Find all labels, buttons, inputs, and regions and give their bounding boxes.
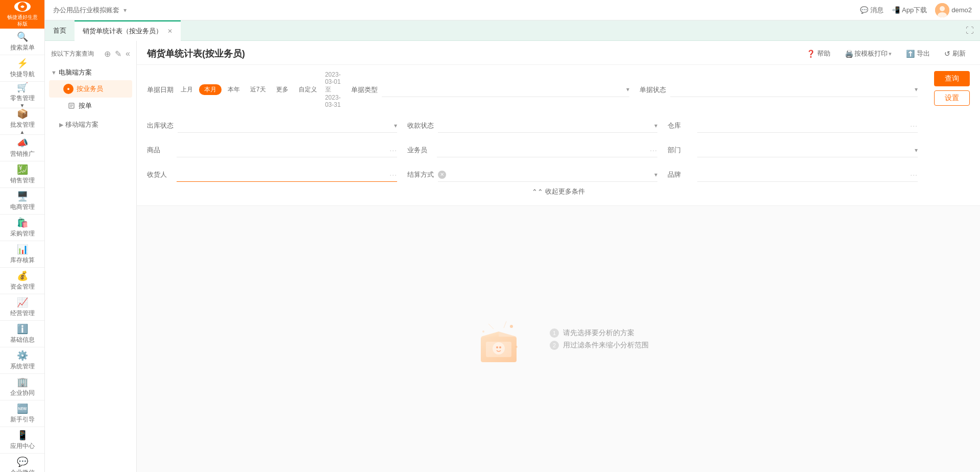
sidebar-item-finance[interactable]: 💰 资金管理 xyxy=(0,268,44,294)
home-tab-label: 首页 xyxy=(53,26,66,35)
doc-status-select[interactable]: ▾ xyxy=(670,83,918,97)
recipient-input[interactable]: ··· xyxy=(177,168,397,182)
sidebar-item-marketing[interactable]: 📣 营销推广 xyxy=(0,135,44,161)
add-scheme-btn[interactable]: ⊕ xyxy=(104,49,111,59)
date-btn-more[interactable]: 更多 xyxy=(272,84,292,95)
user-menu[interactable]: demo2 xyxy=(935,3,972,17)
date-btn-last-month[interactable]: 上月 xyxy=(177,84,197,95)
left-panel-actions: ⊕ ✎ « xyxy=(104,49,130,59)
collapse-panel-btn[interactable]: « xyxy=(126,49,130,59)
goods-select[interactable]: ··· xyxy=(177,143,397,157)
settlement-clear-btn[interactable]: ✕ xyxy=(438,171,446,179)
svg-point-13 xyxy=(493,342,505,355)
desktop-scheme-group-title[interactable]: ▼ 电脑端方案 xyxy=(45,65,136,80)
download-icon: 📲 xyxy=(892,6,900,14)
sidebar-item-retail[interactable]: 🛒 零售管理 ▼ xyxy=(0,82,44,108)
warehouse-select[interactable]: ··· xyxy=(697,119,918,133)
filter-row-4: 收货人 ··· 结算方式 ✕ xyxy=(147,168,918,182)
salesperson-more-icon: ··· xyxy=(650,146,657,154)
messages-btn[interactable]: 💬 消息 xyxy=(860,6,884,15)
sidebar-item-sales-mgmt[interactable]: 💹 销售管理 xyxy=(0,161,44,188)
top-header: 办公用品行业模拟账套 ▾ 💬 消息 📲 App下载 de xyxy=(45,0,980,20)
collapse-up-icon: ⌃⌃ xyxy=(532,188,543,196)
date-btn-last-7[interactable]: 近7天 xyxy=(246,84,270,95)
print-btn[interactable]: 🖨️ 按模板打印 ▾ xyxy=(841,47,896,60)
salesperson-select[interactable]: ··· xyxy=(437,143,657,157)
help-btn[interactable]: ❓ 帮助 xyxy=(802,47,835,60)
filter-row-1-container: 单据日期 上月 本月 本年 近7天 更多 自定义 2023-03-01 至 20… xyxy=(147,71,970,182)
sidebar-item-wholesale[interactable]: 📦 批发管理 ▲ xyxy=(0,108,44,135)
wholesale-icon: 📦 xyxy=(17,108,28,120)
out-status-select[interactable]: ▾ xyxy=(178,119,397,133)
page-header: 销货单统计表(按业务员) ❓ 帮助 🖨️ 按模板打印 ▾ ⬆️ 导出 xyxy=(137,41,980,65)
svg-point-14 xyxy=(496,346,498,348)
empty-state: 1 请先选择要分析的方案 2 用过滤条件来缩小分析范围 xyxy=(137,206,980,472)
empty-tip-1: 1 请先选择要分析的方案 xyxy=(550,328,649,338)
tip-num-1: 1 xyxy=(550,328,559,338)
date-btn-current-year[interactable]: 本年 xyxy=(224,84,244,95)
app-center-icon: 📱 xyxy=(17,430,28,441)
mobile-group-arrow: ▶ xyxy=(59,122,63,128)
help-icon: ❓ xyxy=(806,50,815,58)
collapse-label: 收起更多条件 xyxy=(545,187,585,196)
date-btn-custom[interactable]: 自定义 xyxy=(295,84,321,95)
sidebar-item-enterprise[interactable]: 🏢 企业协同 xyxy=(0,374,44,400)
operations-icon: 📈 xyxy=(17,297,28,308)
sidebar-item-quick-nav[interactable]: ⚡ 快捷导航 xyxy=(0,55,44,82)
sidebar-item-operations-label: 经营管理 xyxy=(10,309,35,318)
brand-select[interactable]: ··· xyxy=(697,168,918,182)
settlement-arrow: ▾ xyxy=(654,171,657,178)
sidebar-item-operations[interactable]: 📈 经营管理 xyxy=(0,294,44,321)
tab-home[interactable]: 首页 xyxy=(45,20,75,41)
filter-department: 部门 ▾ xyxy=(668,143,918,157)
goods-more-icon: ··· xyxy=(389,146,397,154)
header-right: 💬 消息 📲 App下载 demo2 xyxy=(860,3,972,17)
doc-type-select[interactable]: ▾ xyxy=(382,83,629,97)
refresh-btn[interactable]: ↺ 刷新 xyxy=(940,47,970,60)
filter-area: 单据日期 上月 本月 本年 近7天 更多 自定义 2023-03-01 至 20… xyxy=(137,65,980,206)
logo-text: 畅捷通好生意 标版 xyxy=(7,14,38,27)
tab-sales-stats[interactable]: 销货单统计表（按业务员） ✕ xyxy=(75,20,181,41)
settlement-select[interactable]: ✕ ▾ xyxy=(438,168,657,182)
collection-status-select[interactable]: ▾ xyxy=(438,119,657,133)
new-guide-icon: 🆕 xyxy=(17,403,28,414)
mobile-scheme-group-title[interactable]: ▶ 移动端方案 xyxy=(45,117,136,132)
out-status-arrow: ▾ xyxy=(394,122,397,129)
sidebar-item-app-center[interactable]: 📱 应用中心 xyxy=(0,427,44,454)
department-label: 部门 xyxy=(668,146,693,155)
edit-scheme-btn[interactable]: ✎ xyxy=(115,49,121,59)
app-download-btn[interactable]: 📲 App下载 xyxy=(892,6,927,15)
wholesale-expand-icon: ▲ xyxy=(20,129,25,135)
ecommerce-icon: 🖥️ xyxy=(17,191,28,202)
tab-expand-btn[interactable]: ⛶ xyxy=(966,26,980,35)
tab-bar: 首页 销货单统计表（按业务员） ✕ ⛶ xyxy=(45,20,980,41)
export-btn[interactable]: ⬆️ 导出 xyxy=(902,47,934,60)
filter-collection-status: 收款状态 ▾ xyxy=(407,119,657,133)
sidebar-item-basic-info[interactable]: ℹ️ 基础信息 xyxy=(0,321,44,347)
sidebar-item-ecommerce[interactable]: 🖥️ 电商管理 xyxy=(0,188,44,215)
scheme-item-by-order[interactable]: 按单 xyxy=(49,98,132,114)
filter-brand: 品牌 ··· xyxy=(668,168,918,182)
marketing-icon: 📣 xyxy=(17,137,28,149)
collapse-more-btn[interactable]: ⌃⌃ 收起更多条件 xyxy=(147,184,970,199)
sidebar-item-purchase[interactable]: 🛍️ 采购管理 xyxy=(0,215,44,241)
doc-status-arrow: ▾ xyxy=(915,86,918,93)
scheme-item-by-salesperson[interactable]: ● 按业务员 xyxy=(49,80,132,98)
sidebar-item-finance-label: 资金管理 xyxy=(10,282,35,291)
settings-btn[interactable]: 设置 xyxy=(934,90,970,106)
sidebar-item-new-guide[interactable]: 🆕 新手引导 xyxy=(0,400,44,427)
sidebar-item-search-menu[interactable]: 🔍 搜索菜单 xyxy=(0,29,44,55)
query-btn[interactable]: 查询 xyxy=(934,71,970,86)
sidebar-item-enterprise-wechat[interactable]: 💬 企业微信 xyxy=(0,454,44,472)
doc-status-label: 单据状态 xyxy=(640,85,666,95)
sidebar-item-search-menu-label: 搜索菜单 xyxy=(10,43,35,52)
scheme-by-salesperson-label: 按业务员 xyxy=(77,84,103,93)
inventory-icon: 📊 xyxy=(17,244,28,255)
sidebar-item-inventory[interactable]: 📊 库存核算 xyxy=(0,241,44,268)
header-dropdown-icon[interactable]: ▾ xyxy=(124,7,127,14)
date-btn-current-month[interactable]: 本月 xyxy=(199,84,222,95)
tab-close-icon[interactable]: ✕ xyxy=(167,28,173,35)
department-select[interactable]: ▾ xyxy=(697,143,918,157)
sidebar-item-system[interactable]: ⚙️ 系统管理 xyxy=(0,347,44,374)
quick-nav-icon: ⚡ xyxy=(17,58,28,69)
